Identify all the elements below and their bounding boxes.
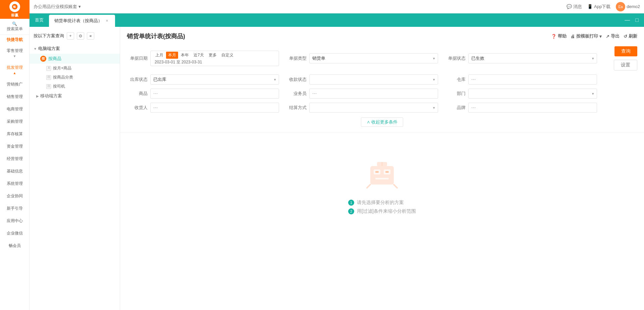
empty-icon bbox=[362, 153, 402, 193]
mobile-group-label: 移动端方案 bbox=[40, 93, 62, 99]
collapse-conditions-btn[interactable]: ∧ 收起更多条件 bbox=[361, 117, 404, 127]
app-download-btn[interactable]: 📱 App下载 bbox=[587, 4, 610, 10]
scheme-label-month-goods: 按月+商品 bbox=[53, 65, 71, 71]
date-btn-this-year[interactable]: 本年 bbox=[179, 52, 191, 59]
quick-nav-label: 快捷导航 bbox=[0, 37, 29, 43]
topbar-right: 💬 消息 📱 App下载 Ea demo2 bbox=[567, 2, 640, 11]
sidebar-item-marketing[interactable]: 营销推广 bbox=[0, 78, 29, 91]
warehouse-dots[interactable]: ··· bbox=[471, 76, 476, 83]
type-select[interactable]: 销货单 ▾ bbox=[309, 53, 438, 63]
quick-nav-item[interactable]: 快捷导航 bbox=[0, 35, 29, 45]
date-btn-custom[interactable]: 自定义 bbox=[219, 52, 235, 59]
collapse-panel-btn[interactable]: « bbox=[87, 32, 94, 40]
help-icon: ❓ bbox=[551, 34, 556, 39]
status-label: 单据状态 bbox=[445, 55, 468, 61]
message-btn[interactable]: 💬 消息 bbox=[567, 4, 582, 10]
dept-select[interactable]: ▾ bbox=[468, 89, 597, 99]
scheme-item-by-goods[interactable]: 按 按商品 bbox=[30, 54, 120, 64]
scheme-item-by-category[interactable]: 目 按商品分类 bbox=[30, 73, 120, 82]
tab-sales-stats[interactable]: 销货单统计表（按商品） × bbox=[49, 15, 115, 27]
print-arrow: ▾ bbox=[599, 34, 602, 39]
svg-rect-6 bbox=[385, 171, 389, 173]
pc-group-header[interactable]: ▼ 电脑端方案 bbox=[30, 44, 120, 54]
date-btn-last-month[interactable]: 上月 bbox=[153, 52, 165, 59]
sub-icon-month: 月 bbox=[46, 66, 51, 71]
tab-maximize-btn[interactable]: □ bbox=[634, 16, 640, 24]
sidebar-item-purchase[interactable]: 采购管理 bbox=[0, 115, 29, 128]
date-control[interactable]: 上月 本月 本年 近7天 更多 自定义 2023-03-01 至 2023-03… bbox=[150, 51, 279, 66]
logo-icon: 畅 bbox=[9, 1, 20, 12]
right-panel: 销货单统计表(按商品) ❓ 帮助 🖨 按模板打印 ▾ ↗ 导出 bbox=[120, 27, 644, 310]
topbar-brand[interactable]: 办公用品行业模拟账套 ▾ bbox=[34, 4, 81, 10]
app-download-icon: 📱 bbox=[587, 4, 593, 9]
sidebar-item-finance[interactable]: 资金管理 bbox=[0, 140, 29, 153]
left-panel-header: 按以下方案查询 + ⊙ « bbox=[30, 30, 120, 42]
refresh-scheme-btn[interactable]: ⊙ bbox=[77, 32, 84, 40]
user-menu[interactable]: Ea demo2 bbox=[616, 2, 640, 11]
sidebar-item-sales[interactable]: 销售管理 bbox=[0, 91, 29, 103]
sidebar-item-system[interactable]: 系统管理 bbox=[0, 177, 29, 190]
receiver-control[interactable]: ··· bbox=[150, 103, 279, 113]
operations-label: 经营管理 bbox=[7, 156, 23, 162]
print-btn[interactable]: 🖨 按模板打印 ▾ bbox=[571, 33, 602, 39]
mobile-group-arrow: ▶ bbox=[36, 94, 39, 98]
staff-dots[interactable]: ··· bbox=[312, 91, 317, 97]
tab-home[interactable]: 首页 bbox=[30, 13, 49, 27]
export-icon: ↗ bbox=[606, 34, 609, 39]
outstock-select[interactable]: 已出库 ▾ bbox=[150, 74, 279, 85]
page-title-text: 销货单统计表(按商品) bbox=[127, 32, 185, 40]
search-menu-item[interactable]: 🔍 搜索菜单 bbox=[0, 19, 29, 35]
wechat-label: 企业微信 bbox=[7, 230, 23, 236]
filter-settle-item: 结算方式 ▾ bbox=[286, 103, 438, 113]
sidebar-item-operations[interactable]: 经营管理 bbox=[0, 153, 29, 165]
staff-control[interactable]: ··· bbox=[309, 89, 438, 99]
refresh-btn[interactable]: ↺ 刷新 bbox=[624, 33, 637, 39]
collect-select[interactable]: ▾ bbox=[309, 74, 438, 85]
date-btn-7days[interactable]: 近7天 bbox=[192, 52, 206, 59]
goods-control[interactable]: ··· bbox=[150, 89, 279, 99]
empty-tips: 1 请先选择要分析的方案 2 用[过滤]条件来缩小分析范围 bbox=[348, 200, 416, 214]
settings-button[interactable]: 设置 bbox=[614, 60, 637, 70]
page-title-actions: ❓ 帮助 🖨 按模板打印 ▾ ↗ 导出 ↺ 刷新 bbox=[551, 33, 637, 39]
sidebar-item-ecommerce[interactable]: 电商管理 bbox=[0, 103, 29, 115]
staff-label: 业务员 bbox=[286, 91, 309, 97]
sidebar-item-inventory[interactable]: 库存核算 bbox=[0, 128, 29, 140]
help-btn[interactable]: ❓ 帮助 bbox=[551, 33, 567, 39]
sidebar-item-appcenter[interactable]: 应用中心 bbox=[0, 215, 29, 227]
collect-chevron: ▾ bbox=[433, 78, 435, 82]
sidebar-item-retail[interactable]: 零售管理 ▼ bbox=[0, 45, 29, 61]
sidebar-item-newbie[interactable]: 新手引导 bbox=[0, 202, 29, 215]
add-scheme-btn[interactable]: + bbox=[67, 32, 74, 40]
filter-date-item: 单据日期 上月 本月 本年 近7天 更多 自定义 20 bbox=[127, 51, 279, 66]
date-shortcuts: 上月 本月 本年 近7天 更多 自定义 bbox=[153, 52, 235, 59]
logo: 畅 标赢 bbox=[0, 0, 30, 19]
sidebar-item-member[interactable]: 畅会员 bbox=[0, 240, 29, 252]
goods-dots[interactable]: ··· bbox=[153, 91, 158, 97]
collapse-conditions-label: ∧ 收起更多条件 bbox=[367, 119, 398, 125]
pc-scheme-group: ▼ 电脑端方案 按 按商品 月 按月+商品 目 按商品分类 bbox=[30, 44, 120, 91]
date-btn-this-month[interactable]: 本月 bbox=[166, 52, 178, 59]
scheme-item-by-month-goods[interactable]: 月 按月+商品 bbox=[30, 64, 120, 73]
sub-icon-category: 目 bbox=[46, 75, 51, 80]
receiver-dots[interactable]: ··· bbox=[153, 105, 158, 111]
sidebar-item-collab[interactable]: 企业协同 bbox=[0, 190, 29, 202]
dept-chevron: ▾ bbox=[592, 92, 594, 96]
tab-minimize-btn[interactable]: — bbox=[623, 16, 631, 24]
svg-rect-7 bbox=[375, 178, 389, 179]
sidebar-item-wholesale[interactable]: 批发管理 ▲ bbox=[0, 61, 29, 78]
sidebar-item-basics[interactable]: 基础信息 bbox=[0, 165, 29, 177]
mobile-scheme-group[interactable]: ▶ 移动端方案 bbox=[30, 91, 120, 101]
settle-select[interactable]: ▾ bbox=[309, 103, 438, 113]
sidebar-item-wechat[interactable]: 企业微信 bbox=[0, 227, 29, 240]
brand-dots[interactable]: ··· bbox=[471, 105, 476, 111]
export-btn[interactable]: ↗ 导出 bbox=[606, 33, 620, 39]
warehouse-control[interactable]: ··· bbox=[468, 74, 597, 85]
date-btn-more[interactable]: 更多 bbox=[207, 52, 219, 59]
brand-control[interactable]: ··· bbox=[468, 103, 597, 113]
svg-rect-5 bbox=[375, 171, 379, 173]
tabbar: 首页 销货单统计表（按商品） × — □ bbox=[30, 13, 644, 27]
status-select[interactable]: 已生效 ▾ bbox=[468, 53, 597, 63]
query-button[interactable]: 查询 bbox=[614, 46, 637, 56]
scheme-item-by-driver[interactable]: 目 按司机 bbox=[30, 82, 120, 91]
tab-close-btn[interactable]: × bbox=[104, 18, 110, 23]
